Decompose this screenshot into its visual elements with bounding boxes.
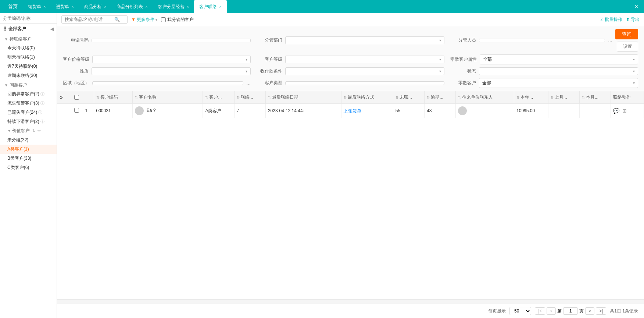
sidebar-item-b-class[interactable]: B类客户(33) [0, 154, 57, 163]
th-last-contact-date[interactable]: ⇅ 最后联络日期 [265, 91, 341, 104]
query-button[interactable]: 查询 [615, 29, 638, 39]
filter-input-region[interactable] [92, 81, 243, 85]
td-last-contact-way[interactable]: 下销货单 [341, 104, 393, 118]
sidebar-item-churn-warning[interactable]: 流失预警客户(3) ⓘ [0, 99, 57, 108]
sidebar-item-today-contact[interactable]: 今天待联络(0) [0, 43, 57, 53]
th-unit-contact[interactable]: ⇅ 往来单位联系人 [456, 91, 514, 104]
sidebar-item-tomorrow-contact[interactable]: 明天待联络(1) [0, 53, 57, 62]
filter-input-retail-attr[interactable]: 全部 ▾ [480, 54, 638, 64]
th-last-month[interactable]: ⇅ 上月... [548, 91, 579, 104]
filter-input-phone[interactable] [92, 39, 251, 42]
close-sales-order-icon[interactable]: × [43, 4, 46, 9]
pagination-controls: |< < 第 页 > >| [535, 307, 606, 315]
all-customers-header[interactable]: ⠿ 全部客户 ◀ [0, 24, 57, 34]
avatar [135, 106, 144, 115]
prev-page-button[interactable]: < [547, 307, 556, 315]
sidebar-item-repurchase-abnormal[interactable]: 回购异常客户(2) ⓘ [0, 89, 57, 99]
chevron-down-icon-level: ▾ [439, 57, 441, 61]
td-checkbox-row[interactable] [72, 104, 83, 118]
nav-product-analysis[interactable]: 商品分析 × [79, 0, 111, 13]
th-checkbox[interactable] [72, 91, 83, 104]
chat-icon[interactable]: 💬 [613, 108, 619, 114]
table-area: ⚙ ⇅ 客户编码 [57, 91, 644, 299]
close-product-analysis-icon[interactable]: × [104, 4, 106, 9]
th-no-contact[interactable]: ⇅ 未联... [393, 91, 424, 104]
more-conditions-button[interactable]: ▼ 更多条件 ▾ [131, 17, 157, 23]
sidebar-item-overdue-contact[interactable]: 逾期未联络(30) [0, 71, 57, 80]
info-icon-2: ⓘ [40, 100, 44, 106]
nav-customer-contact[interactable]: 客户联络 × [194, 0, 226, 13]
select-all-checkbox[interactable] [74, 95, 79, 100]
group-problem-customers[interactable]: ▼ 问题客户 [0, 80, 57, 89]
first-page-button[interactable]: |< [535, 307, 545, 315]
table-horizontal-scrollbar[interactable] [57, 299, 644, 304]
table-header-row: ⚙ ⇅ 客户编码 [57, 91, 644, 104]
td-overdue: 48 [425, 104, 456, 118]
th-this-year[interactable]: ⇅ 本年... [514, 91, 548, 104]
my-customers-checkbox[interactable] [161, 17, 166, 22]
sidebar-item-churned[interactable]: 已流失客户(24) ⓘ [0, 108, 57, 117]
settings-button[interactable]: 设置 [617, 42, 638, 52]
sidebar-item-declining[interactable]: 持续下滑客户(2) ⓘ [0, 117, 57, 126]
nav-purchase-order[interactable]: 进货单 × [51, 0, 79, 13]
th-category[interactable]: ⇅ 客户... [203, 91, 234, 104]
td-row-actions: 💬 ⊞ [611, 104, 644, 118]
info-icon-1: ⓘ [40, 91, 44, 97]
more-options-icon-region[interactable]: … [246, 81, 251, 86]
pagination-footer: 每页显示 50 100 200 |< < 第 页 > >| 共1页 1条记录 [57, 304, 644, 318]
th-settings[interactable]: ⚙ [57, 91, 72, 104]
per-page-select[interactable]: 50 100 200 [509, 307, 531, 315]
filter-input-customer-level[interactable]: ▾ [285, 56, 444, 63]
filter-input-status[interactable]: ▾ [479, 67, 638, 75]
close-customer-tier-icon[interactable]: × [187, 4, 189, 9]
group-pending-contact[interactable]: ▼ 待联络客户 [0, 34, 57, 43]
sidebar-item-unclassified[interactable]: 未分组(32) [0, 135, 57, 145]
sidebar-search-input[interactable] [3, 16, 57, 21]
sidebar-item-7days-contact[interactable]: 近7天待联络(0) [0, 62, 57, 71]
edit-icon[interactable]: ✏ [37, 128, 41, 133]
sidebar-item-a-class[interactable]: A类客户(1) [0, 145, 57, 154]
th-code[interactable]: ⇅ 客户编码 [94, 91, 133, 104]
nav-home[interactable]: 首页 [3, 0, 23, 13]
close-purchase-order-icon[interactable]: × [71, 4, 74, 9]
nav-sales-order[interactable]: 销货单 × [23, 0, 51, 13]
more-options-icon-person[interactable]: … [608, 38, 612, 43]
collapse-sidebar-icon[interactable]: ◀ [50, 26, 54, 32]
last-contact-way-link[interactable]: 下销货单 [344, 108, 361, 113]
close-all-tabs-button[interactable]: × [632, 3, 641, 10]
last-page-button[interactable]: >| [596, 307, 606, 315]
sidebar: 🔍 ⠿ 全部客户 ◀ ▼ 待联络客户 今天待联络(0) 明天待联络(1) 近7天… [0, 13, 57, 318]
td-unit-contact [456, 104, 514, 118]
info-icon-4: ⓘ [40, 119, 44, 124]
filter-input-retail-customer[interactable]: 全部 ▾ [479, 78, 638, 88]
nav-product-analysis-list[interactable]: 商品分析列表 × [111, 0, 153, 13]
close-customer-contact-icon[interactable]: × [219, 4, 221, 9]
th-last-contact-way[interactable]: ⇅ 最后联络方式 [341, 91, 393, 104]
filter-input-person[interactable] [479, 39, 605, 42]
filter-input-customer-type[interactable] [285, 81, 444, 85]
chevron-down-icon-status: ▾ [633, 69, 635, 73]
page-number-input[interactable] [563, 307, 578, 315]
filter-input-payment[interactable]: ▾ [285, 67, 444, 75]
filter-search-input[interactable] [65, 17, 112, 22]
export-button[interactable]: ⬆ 导出 [626, 17, 640, 23]
my-customers-checkbox-label[interactable]: 我分管的客户 [161, 17, 194, 23]
next-page-button[interactable]: > [585, 307, 594, 315]
batch-operation-button[interactable]: ☑ 批量操作 [600, 17, 622, 23]
filter-input-dept[interactable]: ▾ [285, 36, 444, 44]
sidebar-item-c-class[interactable]: C类客户(6) [0, 163, 57, 172]
qr-icon[interactable]: ⊞ [622, 108, 627, 114]
sort-icon-no-contact: ⇅ [396, 95, 398, 99]
filter-input-nature[interactable]: ▾ [92, 67, 251, 75]
filter-search-icon[interactable]: 🔍 [114, 17, 120, 22]
th-name[interactable]: ⇅ 客户名称 [133, 91, 203, 104]
th-overdue[interactable]: ⇅ 逾期... [425, 91, 456, 104]
refresh-icon[interactable]: ↻ [32, 128, 36, 133]
close-product-analysis-list-icon[interactable]: × [145, 4, 147, 9]
filter-input-price-level[interactable]: ▾ [92, 56, 251, 63]
th-contact[interactable]: ⇅ 联络... [234, 91, 265, 104]
row-checkbox[interactable] [74, 108, 79, 113]
nav-customer-tier[interactable]: 客户分层经营 × [153, 0, 194, 13]
top-nav: 首页 销货单 × 进货单 × 商品分析 × 商品分析列表 × 客户分层经营 × … [0, 0, 644, 13]
th-this-month[interactable]: ⇅ 本月... [579, 91, 611, 104]
